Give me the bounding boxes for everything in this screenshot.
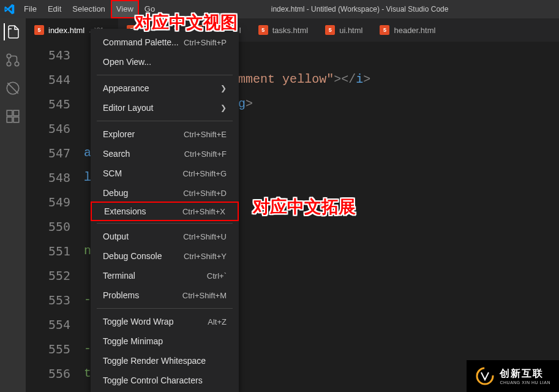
menu-item-shortcut: Ctrl+Shift+E	[184, 130, 227, 139]
svg-rect-6	[7, 117, 12, 123]
menu-item-label: Command Palette...	[103, 37, 179, 47]
menu-item-shortcut: Alt+Z	[208, 317, 227, 326]
brand-name-en: CHUANG XIN HU LIAN	[500, 380, 550, 385]
menu-item-label: Explorer	[103, 129, 135, 139]
line-number: 554	[26, 312, 70, 337]
menu-item-extensions[interactable]: ExtensionsCtrl+Shift+X	[91, 202, 239, 221]
activity-bar	[0, 18, 26, 392]
tab-bar: 5 index.html ...\01... 5ages.html 5table…	[0, 18, 559, 42]
line-number: 544	[26, 67, 70, 92]
menu-item-shortcut: Ctrl+Shift+X	[182, 207, 225, 216]
line-number: 550	[26, 214, 70, 239]
menu-selection[interactable]: Selection	[67, 0, 110, 18]
menu-item-shortcut: Ctrl+Shift+D	[183, 189, 227, 198]
menu-item-toggle-control-characters[interactable]: Toggle Control Characters	[91, 371, 239, 390]
html-icon: 5	[258, 25, 268, 35]
menu-item-label: Toggle Minimap	[103, 336, 163, 346]
tab-label: ui.html	[339, 26, 362, 35]
menu-item-explorer[interactable]: ExplorerCtrl+Shift+E	[91, 124, 239, 144]
html-icon: 5	[380, 25, 389, 35]
menu-item-label: Extensions	[104, 206, 146, 216]
line-number: 543	[26, 43, 70, 67]
menu-item-label: Editor Layout	[103, 103, 154, 113]
tab-label: tasks.html	[272, 26, 309, 35]
menu-item-label: Toggle Control Characters	[103, 375, 203, 385]
menu-item-label: Debug	[103, 188, 128, 198]
tab-header-html[interactable]: 5header.html	[371, 18, 444, 42]
svg-point-8	[477, 368, 493, 384]
menu-item-label: Debug Console	[103, 251, 162, 261]
menu-item-problems[interactable]: ProblemsCtrl+Shift+M	[91, 285, 239, 305]
line-number: 547	[26, 141, 70, 165]
menu-item-shortcut: Ctrl+Shift+F	[184, 149, 227, 159]
menu-separator	[97, 223, 233, 224]
menu-item-search[interactable]: SearchCtrl+Shift+F	[91, 144, 239, 164]
menu-item-shortcut: Ctrl+Shift+U	[183, 232, 227, 241]
menu-item-shortcut: Ctrl+Shift+Y	[184, 252, 227, 261]
svg-point-0	[7, 54, 11, 58]
line-number-gutter: 5435445455465475485495505515525535545555…	[26, 42, 84, 392]
menu-separator	[97, 121, 233, 121]
menu-item-debug-console[interactable]: Debug ConsoleCtrl+Shift+Y	[91, 246, 239, 266]
svg-point-1	[15, 62, 19, 66]
menu-item-label: Search	[103, 149, 130, 159]
tab-ui-html[interactable]: 5ui.html	[317, 18, 371, 42]
menu-item-shortcut: Ctrl+Shift+P	[184, 38, 227, 47]
menu-item-label: Toggle Word Wrap	[103, 317, 173, 326]
tab-tasks-html[interactable]: 5tasks.html	[250, 18, 317, 42]
menu-item-label: Appearance	[103, 83, 149, 93]
menu-edit[interactable]: Edit	[42, 0, 67, 18]
menu-item-label: Toggle Render Whitespace	[103, 356, 206, 366]
menu-item-command-palette[interactable]: Command Palette...Ctrl+Shift+P	[91, 32, 239, 52]
menu-item-debug[interactable]: DebugCtrl+Shift+D	[91, 183, 239, 203]
menu-item-label: Output	[103, 232, 129, 241]
menu-item-editor-layout[interactable]: Editor Layout❯	[91, 98, 239, 118]
menu-item-toggle-minimap[interactable]: Toggle Minimap	[91, 331, 239, 351]
vscode-logo-icon	[0, 0, 18, 18]
menu-separator	[97, 75, 233, 75]
chevron-right-icon: ❯	[220, 104, 227, 112]
menu-item-shortcut: Ctrl+Shift+G	[182, 169, 227, 178]
html-icon: 5	[325, 25, 335, 35]
line-number: 553	[26, 288, 70, 312]
line-number: 549	[26, 190, 70, 214]
menu-item-scm[interactable]: SCMCtrl+Shift+G	[91, 164, 239, 183]
line-number: 551	[26, 239, 70, 263]
brand-overlay: 创新互联 CHUANG XIN HU LIAN	[467, 360, 559, 392]
annotation-view: 对应中文视图	[135, 11, 238, 34]
line-number: 546	[26, 116, 70, 141]
line-number: 548	[26, 165, 70, 190]
menu-file[interactable]: File	[18, 0, 42, 18]
svg-point-2	[7, 62, 11, 66]
explorer-icon[interactable]	[4, 23, 21, 40]
menu-item-shortcut: Ctrl+Shift+M	[182, 291, 227, 300]
source-control-icon[interactable]	[4, 51, 21, 69]
menu-separator	[97, 308, 233, 309]
menu-item-label: SCM	[103, 168, 122, 178]
menu-item-appearance[interactable]: Appearance❯	[91, 78, 239, 98]
line-number: 556	[26, 361, 70, 386]
menu-item-open-view[interactable]: Open View...	[91, 52, 239, 72]
menu-item-output[interactable]: OutputCtrl+Shift+U	[91, 227, 239, 246]
menu-item-label: Open View...	[103, 57, 151, 67]
menu-item-toggle-word-wrap[interactable]: Toggle Word WrapAlt+Z	[91, 312, 239, 331]
line-number: 555	[26, 337, 70, 361]
chevron-right-icon: ❯	[220, 84, 227, 92]
menu-item-label: Terminal	[103, 271, 135, 281]
annotation-extensions: 对应中文拓展	[253, 195, 356, 219]
svg-rect-4	[7, 110, 12, 116]
svg-rect-5	[13, 110, 19, 116]
html-icon: 5	[34, 25, 44, 35]
menu-item-label: Problems	[103, 290, 139, 300]
brand-name-cn: 创新互联	[500, 368, 550, 380]
menu-item-toggle-render-whitespace[interactable]: Toggle Render Whitespace	[91, 351, 239, 371]
debug-icon[interactable]	[4, 80, 21, 97]
menu-item-shortcut: Ctrl+`	[207, 271, 227, 281]
menu-item-terminal[interactable]: TerminalCtrl+`	[91, 266, 239, 285]
tab-label: index.html	[48, 26, 84, 35]
line-number: 545	[26, 92, 70, 116]
view-menu-dropdown: Command Palette...Ctrl+Shift+POpen View.…	[91, 29, 239, 392]
svg-rect-7	[13, 117, 19, 123]
tab-label: header.html	[394, 26, 435, 35]
extensions-icon[interactable]	[4, 108, 21, 125]
